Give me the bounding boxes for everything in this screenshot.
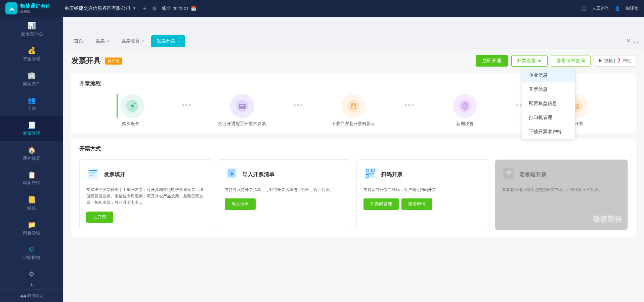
- connector3: [405, 104, 414, 106]
- capital-icon: 💰: [28, 46, 36, 54]
- company-dropdown-arrow: ▼: [132, 6, 136, 11]
- tab-invoice-open-close[interactable]: ×: [177, 39, 180, 43]
- logo-sub: 旗舰版: [20, 9, 50, 14]
- dropdown-item-invoice-info[interactable]: 开票信息: [522, 82, 575, 97]
- sidebar-label-fixed-assets: 固定资产: [23, 81, 40, 87]
- dropdown-item-download[interactable]: 下载开票客户端: [522, 125, 575, 139]
- waiting-label: 敬请期待: [593, 214, 622, 224]
- tab-invoice[interactable]: 发票 ×: [90, 35, 115, 47]
- logo-area: ☁ 畅捷通好会计 旗舰版: [5, 2, 59, 14]
- svg-point-36: [508, 175, 509, 176]
- svg-text:♥: ♥: [131, 103, 134, 109]
- add-icon[interactable]: ＋: [142, 4, 148, 12]
- tab-invoice-calc-label: 发票测算: [121, 38, 140, 44]
- settings-button[interactable]: 开票设置 ▼: [511, 55, 548, 67]
- method-icon-scan: [363, 166, 377, 183]
- sidebar-item-fixed-assets[interactable]: 🏢 固定资产: [0, 67, 63, 91]
- page-content: 发票开具 待开通 立即开通 开票设置 ▼ 异常清单查询 ▶ 视频 | ❓ 帮助 …: [63, 48, 644, 302]
- dropdown-item-company-info[interactable]: 企业信息: [522, 68, 575, 82]
- exception-button[interactable]: 异常清单查询: [551, 55, 591, 67]
- tab-home-label: 首页: [74, 38, 83, 44]
- tab-invoice-open[interactable]: 发票开具 ×: [151, 35, 185, 47]
- method-header-manual: 发票填开: [86, 166, 205, 183]
- sidebar-item-report[interactable]: © 小畅报销: [0, 241, 63, 265]
- sidebar-item-invoice[interactable]: 🧾 发票管理: [0, 116, 63, 141]
- step1-vline: [117, 94, 118, 118]
- sidebar-item-archive[interactable]: 📁 归档管理: [0, 216, 63, 241]
- calendar-icon[interactable]: 📅: [191, 6, 196, 11]
- status-badge: 待开通: [105, 58, 122, 65]
- page-title: 发票开具: [71, 56, 101, 66]
- svg-rect-20: [89, 170, 97, 171]
- svg-rect-19: [88, 168, 98, 179]
- tab-maximize-icon[interactable]: ⛶: [633, 38, 639, 44]
- methods-section-title: 开票方式: [79, 146, 628, 153]
- sidebar-item-closing[interactable]: 📒 结账: [0, 191, 63, 216]
- method-desc-scan: 支持定制开票二维码，客户端可扫码开票: [363, 187, 482, 193]
- manual-go-button[interactable]: 去开票: [86, 212, 113, 223]
- period-value: 2023-01: [173, 6, 189, 11]
- tab-invoice-calc[interactable]: 发票测算 ×: [116, 35, 150, 47]
- sidebar-cancel-fixed[interactable]: ◀◀ 取消固定: [0, 289, 63, 302]
- company-selector[interactable]: 重庆畅捷交通信息咨询有限公司 ▼: [65, 5, 136, 11]
- method-title-scan: 扫码开票: [381, 171, 402, 178]
- connector1: [182, 104, 191, 106]
- sidebar-item-tax[interactable]: 📋 税务管理: [0, 166, 63, 191]
- svg-rect-31: [370, 172, 374, 177]
- method-header-scan: 扫码开票: [363, 166, 482, 183]
- settings-icon[interactable]: ⚙: [152, 5, 157, 12]
- settings-dropdown-arrow: ▼: [537, 58, 542, 64]
- tab-invoice-label: 发票: [95, 38, 105, 44]
- step1-label: 购买服务: [122, 121, 139, 127]
- sidebar-label-archive: 归档管理: [23, 230, 40, 236]
- svg-rect-21: [89, 172, 97, 173]
- company-name: 重庆畅捷交通信息咨询有限公司: [65, 5, 130, 11]
- flow-step-config: 企业开通配置开票六要素: [191, 94, 294, 127]
- dropdown-item-tax-config[interactable]: 配置税盘信息: [522, 97, 575, 111]
- sidebar-item-cloud-report[interactable]: 📊 云报表中心: [0, 17, 63, 42]
- sidebar-label-payroll: 工资: [27, 106, 36, 112]
- import-list-button[interactable]: 导入清单: [225, 198, 256, 210]
- tab-close-all-icon[interactable]: ✕: [626, 38, 631, 44]
- method-icon-boss: [502, 166, 515, 183]
- closing-icon: 📒: [28, 196, 36, 204]
- svg-rect-23: [89, 175, 94, 176]
- dropdown-item-printer[interactable]: 打印机管理: [522, 111, 575, 125]
- service-icon: 🎧: [581, 6, 587, 11]
- sidebar-item-capital[interactable]: 💰 资金管理: [0, 42, 63, 67]
- tab-invoice-calc-close[interactable]: ×: [142, 39, 144, 43]
- user-name[interactable]: 徐泽华: [626, 5, 639, 11]
- activate-button[interactable]: 立即开通: [476, 55, 508, 67]
- methods-section: 开票方式 发票填开 支持按照发票样式手工填开发票；可开具增值税电子普通发票、增值…: [71, 139, 636, 237]
- cancel-fixed-label: 取消固定: [27, 293, 43, 299]
- method-header-boss: 老板端开票: [502, 166, 621, 183]
- method-card-import: 导入开票清单 支持导入待开票清单，可对待开票清单进行拆分、合并处理。 导入清单: [218, 159, 351, 230]
- video-help-button[interactable]: ▶ 视频 | ❓ 帮助: [594, 55, 636, 67]
- sidebar-item-inventory[interactable]: 🏠 库存核算: [0, 141, 63, 166]
- settings-button-label: 开票设置: [517, 58, 536, 64]
- sidebar-item-payroll[interactable]: 👥 工资: [0, 91, 63, 116]
- sidebar-scroll-up[interactable]: ▲: [0, 279, 63, 289]
- sidebar-label-report: 小畅报销: [23, 255, 40, 261]
- sidebar-label-invoice: 发票管理: [23, 130, 40, 137]
- cloud-report-icon: 📊: [28, 22, 36, 30]
- scan-apply-button[interactable]: 查看申请: [401, 198, 432, 210]
- header-actions: 立即开通 开票设置 ▼ 异常清单查询 ▶ 视频 | ❓ 帮助 → 企业信息 开票…: [476, 55, 636, 67]
- method-title-import: 导入开票清单: [242, 171, 274, 178]
- payroll-icon: 👥: [28, 96, 36, 104]
- method-icon-import: [225, 166, 238, 183]
- sidebar-item-settings[interactable]: ⚙ 基础设置: [0, 265, 63, 279]
- method-card-scan: 扫码开票 支持定制开票二维码，客户端可扫码开票 开票码管理 查看申请: [356, 159, 489, 230]
- scan-code-button[interactable]: 开票码管理: [363, 198, 399, 210]
- settings-sidebar-icon: ⚙: [29, 270, 35, 278]
- report-icon: ©: [29, 246, 34, 253]
- step2-icon: [230, 94, 254, 118]
- tab-home[interactable]: 首页: [69, 35, 89, 47]
- tab-invoice-close[interactable]: ×: [107, 39, 109, 43]
- step4-icon: 税+: [453, 94, 477, 118]
- method-icon-manual: [86, 166, 100, 183]
- logo-title: 畅捷通好会计: [20, 3, 50, 9]
- service-label[interactable]: 人工咨询: [592, 5, 609, 11]
- page-header: 发票开具 待开通 立即开通 开票设置 ▼ 异常清单查询 ▶ 视频 | ❓ 帮助 …: [71, 55, 636, 67]
- video-play-icon: ▶ 视频 | ❓ 帮助: [598, 58, 632, 63]
